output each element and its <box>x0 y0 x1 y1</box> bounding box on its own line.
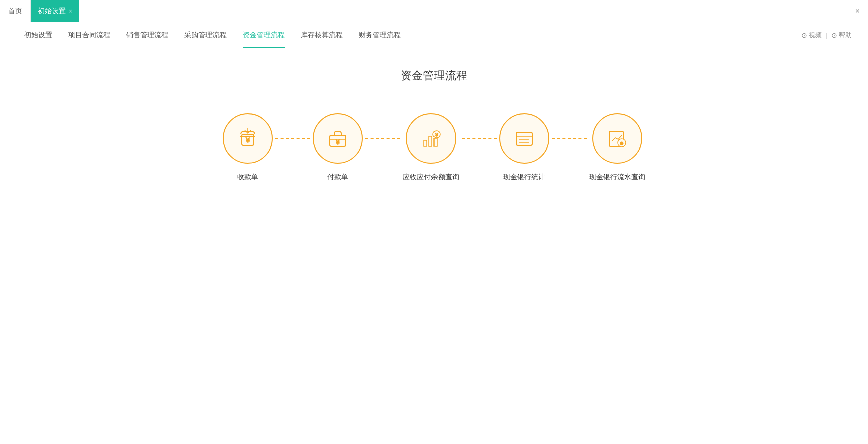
nav-item-inventory[interactable]: 库存核算流程 <box>293 22 351 48</box>
flow-label-receipt: 收款单 <box>237 173 258 182</box>
flow-label-bank-stats: 现金银行统计 <box>503 173 545 182</box>
help-link[interactable]: ⊙ 帮助 <box>831 31 852 40</box>
flow-arrow-1 <box>273 138 313 148</box>
flow-item-payment[interactable]: ¥ 付款单 <box>313 113 363 182</box>
dotted-line-3 <box>462 138 497 139</box>
home-tab[interactable]: 首页 <box>0 0 31 22</box>
nav-label: 资金管理流程 <box>243 31 285 40</box>
svg-text:¥: ¥ <box>435 132 438 137</box>
dotted-line-2 <box>365 138 400 139</box>
close-tab-button[interactable]: × <box>69 8 72 15</box>
flow-item-receipt[interactable]: ¥ 收款单 <box>223 113 273 182</box>
nav-label: 销售管理流程 <box>126 31 168 40</box>
flow-arrow-4 <box>549 138 589 148</box>
bank-flow-icon: ⊕ <box>605 126 629 151</box>
help-label: 帮助 <box>839 31 852 40</box>
nav-label: 采购管理流程 <box>184 31 227 40</box>
bank-stats-icon <box>512 126 536 151</box>
nav-item-sales[interactable]: 销售管理流程 <box>118 22 176 48</box>
flow-item-bank-stats[interactable]: 现金银行统计 <box>499 113 549 182</box>
nav-bar: 初始设置 项目合同流程 销售管理流程 采购管理流程 资金管理流程 库存核算流程 … <box>0 22 868 48</box>
flow-container: ¥ 收款单 ¥ <box>223 113 645 182</box>
nav-label: 库存核算流程 <box>301 31 343 40</box>
svg-text:¥: ¥ <box>336 139 340 146</box>
flow-arrow-2 <box>363 138 403 148</box>
dotted-line-1 <box>275 138 310 139</box>
active-tab[interactable]: 初始设置 × <box>31 0 79 22</box>
flow-item-bank-flow[interactable]: ⊕ 现金银行流水查询 <box>589 113 645 182</box>
top-bar: 首页 初始设置 × × <box>0 0 868 22</box>
home-label: 首页 <box>8 7 22 16</box>
active-tab-label: 初始设置 <box>38 7 66 16</box>
flow-arrow-3 <box>459 138 499 148</box>
play-circle-icon: ⊙ <box>801 31 807 39</box>
svg-text:⊕: ⊕ <box>620 141 624 146</box>
main-content: 资金管理流程 ¥ 收款单 <box>0 48 868 202</box>
svg-rect-9 <box>434 138 437 146</box>
flow-label-bank-flow: 现金银行流水查询 <box>589 173 645 182</box>
page-title: 资金管理流程 <box>401 68 467 83</box>
flow-item-balance[interactable]: ¥ 应收应付余额查询 <box>403 113 459 182</box>
svg-rect-12 <box>516 132 532 145</box>
nav-label: 项目合同流程 <box>68 31 110 40</box>
nav-item-initial-setup[interactable]: 初始设置 <box>16 22 60 48</box>
top-bar-right: × <box>855 7 860 16</box>
nav-item-finance[interactable]: 财务管理流程 <box>351 22 409 48</box>
help-circle-icon: ⊙ <box>831 31 837 39</box>
flow-circle-payment: ¥ <box>313 113 363 164</box>
nav-divider: | <box>826 31 827 39</box>
video-label: 视频 <box>809 31 822 40</box>
nav-item-purchase[interactable]: 采购管理流程 <box>176 22 235 48</box>
svg-rect-7 <box>424 140 427 146</box>
svg-rect-8 <box>429 136 432 146</box>
flow-circle-receipt: ¥ <box>223 113 273 164</box>
nav-item-capital[interactable]: 资金管理流程 <box>235 22 293 48</box>
svg-text:¥: ¥ <box>245 136 250 144</box>
flow-label-payment: 付款单 <box>327 173 348 182</box>
video-link[interactable]: ⊙ 视频 <box>801 31 822 40</box>
payment-yen-icon: ¥ <box>326 126 350 151</box>
dotted-line-4 <box>552 138 587 139</box>
flow-circle-balance: ¥ <box>406 113 456 164</box>
nav-item-project-contract[interactable]: 项目合同流程 <box>60 22 118 48</box>
flow-circle-bank-stats <box>499 113 549 164</box>
balance-query-icon: ¥ <box>419 126 443 151</box>
flow-label-balance: 应收应付余额查询 <box>403 173 459 182</box>
nav-label: 财务管理流程 <box>359 31 401 40</box>
nav-right-actions: ⊙ 视频 | ⊙ 帮助 <box>801 31 852 40</box>
nav-label: 初始设置 <box>24 31 52 40</box>
flow-circle-bank-flow: ⊕ <box>592 113 642 164</box>
window-close-button[interactable]: × <box>855 7 860 16</box>
receipt-yen-icon: ¥ <box>236 126 260 151</box>
